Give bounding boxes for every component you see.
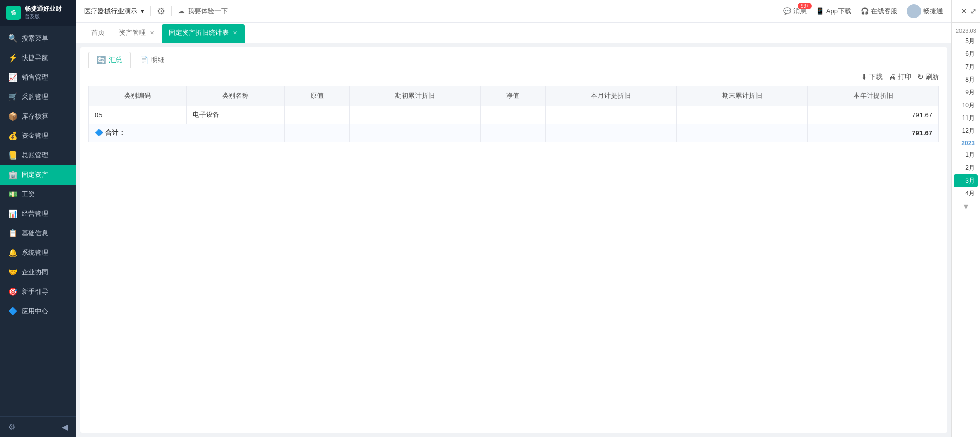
table-row: 05电子设备791.67 bbox=[89, 106, 939, 124]
refresh-icon: ↻ bbox=[917, 73, 924, 81]
date-month-3月[interactable]: 3月 bbox=[954, 174, 978, 187]
date-list: 2023.035月6月7月8月9月10月11月12月20231月2月3月4月▼ bbox=[952, 23, 980, 437]
date-month-11月[interactable]: 11月 bbox=[952, 112, 980, 125]
content-area: 🔄汇总📄明细 ⬇ 下载 🖨 打印 ↻ 刷新 类别编码类别名称原值期初累计折旧净值… bbox=[80, 47, 947, 433]
col-类别名称: 类别名称 bbox=[187, 86, 285, 106]
sidebar-item-finance[interactable]: 💰资金管理 bbox=[0, 126, 76, 146]
cloud-icon: ☁ bbox=[178, 7, 185, 15]
divider-2 bbox=[171, 6, 172, 16]
sidebar-item-quick-nav[interactable]: ⚡快捷导航 bbox=[0, 48, 76, 68]
sidebar-item-enterprise[interactable]: 🤝企业协同 bbox=[0, 263, 76, 282]
sidebar-item-system[interactable]: 🔔系统管理 bbox=[0, 243, 76, 263]
dropdown-icon: ▾ bbox=[141, 7, 144, 15]
right-panel: ✕ ⤢ 2023.035月6月7月8月9月10月11月12月20231月2月3月… bbox=[951, 0, 980, 437]
tab-固定资产折旧统计表[interactable]: 固定资产折旧统计表✕ bbox=[162, 24, 245, 43]
user-menu[interactable]: 畅捷通 bbox=[907, 4, 943, 18]
sidebar-item-inventory[interactable]: 📦库存核算 bbox=[0, 107, 76, 126]
company-selector[interactable]: 医疗器械行业演示 ▾ bbox=[84, 7, 144, 16]
sidebar-item-guide[interactable]: 🎯新手引导 bbox=[0, 282, 76, 302]
sub-tab-汇总[interactable]: 🔄汇总 bbox=[88, 52, 131, 68]
bell-icon: 💬 bbox=[783, 7, 791, 15]
tab-close-icon[interactable]: ✕ bbox=[150, 30, 154, 36]
sidebar-item-fixed-assets[interactable]: 🏢固定资产 bbox=[0, 165, 76, 185]
col-本年计提折旧: 本年计提折旧 bbox=[808, 86, 939, 106]
apps-icon: 🔷 bbox=[8, 307, 17, 316]
refresh-button[interactable]: ↻ 刷新 bbox=[917, 72, 939, 82]
fixed-assets-icon: 🏢 bbox=[8, 170, 17, 180]
sidebar-header: 畅 畅捷通好业财 普及版 bbox=[0, 0, 76, 26]
date-month-2月[interactable]: 2月 bbox=[952, 162, 980, 174]
operations-icon: 📊 bbox=[8, 209, 17, 218]
date-month-12月[interactable]: 12月 bbox=[952, 125, 980, 137]
date-month-1月[interactable]: 1月 bbox=[952, 149, 980, 162]
payroll-icon: 💵 bbox=[8, 190, 17, 199]
table-wrapper: 类别编码类别名称原值期初累计折旧净值本月计提折旧期末累计折旧本年计提折旧 05电… bbox=[80, 86, 947, 433]
sidebar-item-operations[interactable]: 📊经营管理 bbox=[0, 204, 76, 224]
depreciation-table: 类别编码类别名称原值期初累计折旧净值本月计提折旧期末累计折旧本年计提折旧 05电… bbox=[88, 86, 939, 142]
system-icon: 🔔 bbox=[8, 248, 17, 257]
sidebar-footer: ⚙ ◀ bbox=[0, 416, 76, 437]
tab-资产管理[interactable]: 资产管理✕ bbox=[112, 24, 162, 43]
basic-info-icon: 📋 bbox=[8, 229, 17, 238]
enterprise-icon: 🤝 bbox=[8, 268, 17, 277]
settings-icon[interactable]: ⚙ bbox=[8, 422, 15, 432]
download-button[interactable]: ⬇ 下载 bbox=[861, 72, 883, 82]
sub-tab-icon: 📄 bbox=[139, 56, 148, 64]
experience-button[interactable]: ☁ 我要体验一下 bbox=[178, 7, 228, 16]
avatar bbox=[907, 4, 921, 18]
col-期末累计折旧: 期末累计折旧 bbox=[676, 86, 808, 106]
sidebar-nav: 🔍搜索菜单⚡快捷导航📈销售管理🛒采购管理📦库存核算💰资金管理📒总账管理🏢固定资产… bbox=[0, 26, 76, 416]
tab-首页[interactable]: 首页 bbox=[84, 24, 112, 43]
total-row: 🔷合计：791.67 bbox=[89, 124, 939, 142]
company-name: 医疗器械行业演示 bbox=[84, 7, 137, 16]
sidebar-item-payroll[interactable]: 💵工资 bbox=[0, 185, 76, 204]
date-month-10月[interactable]: 10月 bbox=[952, 99, 980, 112]
app-logo: 畅 bbox=[6, 6, 21, 20]
date-month-5月[interactable]: 5月 bbox=[952, 35, 980, 48]
date-month-8月[interactable]: 8月 bbox=[952, 73, 980, 86]
date-month-7月[interactable]: 7月 bbox=[952, 61, 980, 73]
col-净值: 净值 bbox=[481, 86, 546, 106]
sidebar-item-apps[interactable]: 🔷应用中心 bbox=[0, 302, 76, 321]
app-download-button[interactable]: 📱 App下载 bbox=[816, 7, 851, 16]
sidebar-item-ledger[interactable]: 📒总账管理 bbox=[0, 146, 76, 165]
date-year-2023: 2023 bbox=[952, 137, 980, 149]
inventory-icon: 📦 bbox=[8, 112, 17, 121]
col-期初累计折旧: 期初累计折旧 bbox=[349, 86, 481, 106]
ledger-icon: 📒 bbox=[8, 151, 17, 160]
collapse-icon[interactable]: ◀ bbox=[62, 422, 68, 432]
col-类别编码: 类别编码 bbox=[89, 86, 187, 106]
date-month-6月[interactable]: 6月 bbox=[952, 48, 980, 61]
finance-icon: 💰 bbox=[8, 131, 17, 141]
print-icon: 🖨 bbox=[889, 73, 896, 81]
download-icon: 📱 bbox=[816, 7, 824, 15]
sidebar-item-purchase[interactable]: 🛒采购管理 bbox=[0, 87, 76, 107]
main-area: 医疗器械行业演示 ▾ ⚙ ☁ 我要体验一下 💬 消息 99+ 📱 App下载 🎧… bbox=[76, 0, 951, 437]
notification-button[interactable]: 💬 消息 99+ bbox=[783, 7, 807, 16]
print-button[interactable]: 🖨 打印 bbox=[889, 72, 911, 82]
col-原值: 原值 bbox=[285, 86, 350, 106]
tab-close-icon[interactable]: ✕ bbox=[233, 30, 237, 36]
divider-1 bbox=[150, 6, 151, 16]
service-icon: 🎧 bbox=[861, 7, 869, 15]
panel-expand-icon[interactable]: ⤢ bbox=[970, 7, 977, 16]
table-toolbar: ⬇ 下载 🖨 打印 ↻ 刷新 bbox=[80, 68, 947, 86]
topbar-settings-icon[interactable]: ⚙ bbox=[157, 6, 165, 17]
online-service-button[interactable]: 🎧 在线客服 bbox=[861, 7, 897, 16]
col-本月计提折旧: 本月计提折旧 bbox=[546, 86, 677, 106]
topbar: 医疗器械行业演示 ▾ ⚙ ☁ 我要体验一下 💬 消息 99+ 📱 App下载 🎧… bbox=[76, 0, 951, 23]
app-name: 畅捷通好业财 bbox=[25, 5, 62, 13]
sidebar-item-basic-info[interactable]: 📋基础信息 bbox=[0, 224, 76, 243]
download-icon: ⬇ bbox=[861, 73, 867, 81]
date-month-4月[interactable]: 4月 bbox=[952, 187, 980, 200]
date-year-top: 2023.03 bbox=[952, 27, 980, 35]
search-icon: 🔍 bbox=[8, 34, 17, 43]
panel-close-icon[interactable]: ✕ bbox=[961, 7, 967, 16]
sub-tab-明细[interactable]: 📄明细 bbox=[131, 51, 173, 68]
date-month-9月[interactable]: 9月 bbox=[952, 86, 980, 99]
tab-bar: 首页资产管理✕固定资产折旧统计表✕ bbox=[76, 23, 951, 43]
guide-icon: 🎯 bbox=[8, 287, 17, 296]
date-arrow-down[interactable]: ▼ bbox=[952, 200, 980, 213]
sidebar-item-sales[interactable]: 📈销售管理 bbox=[0, 68, 76, 87]
sidebar-item-search[interactable]: 🔍搜索菜单 bbox=[0, 29, 76, 48]
